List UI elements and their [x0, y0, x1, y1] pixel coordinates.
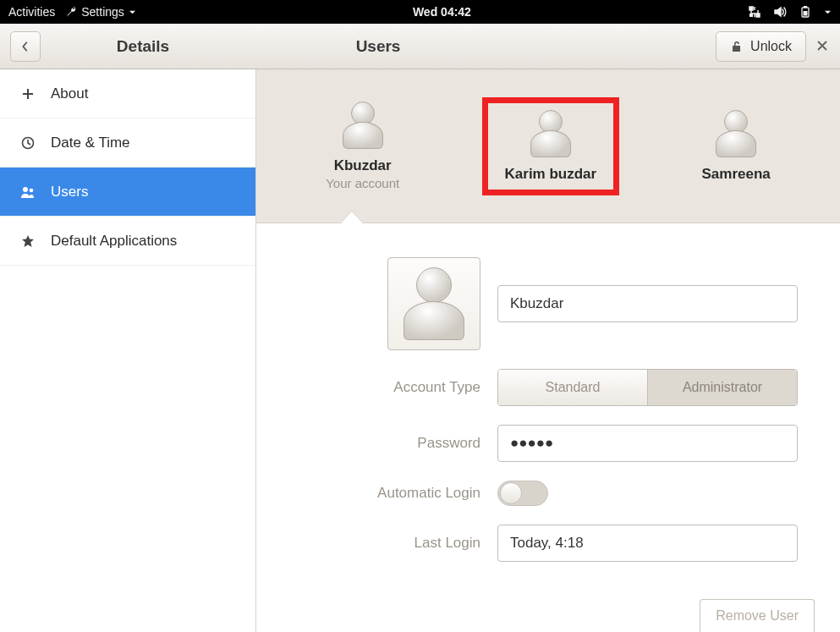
remove-user-button[interactable]: Remove User [700, 599, 815, 632]
auto-login-label: Automatic Login [299, 485, 497, 502]
avatar-icon [342, 102, 384, 149]
system-indicators[interactable] [748, 5, 832, 19]
user-list: Kbuzdar Your account Karim buzdar Samree… [256, 69, 840, 223]
sidebar-item-label: About [51, 85, 88, 102]
sidebar-item-default-apps[interactable]: Default Applications [0, 217, 255, 266]
network-icon [748, 5, 761, 19]
account-type-admin[interactable]: Administrator [647, 370, 797, 405]
panel-title: Users [41, 37, 716, 56]
close-icon [816, 40, 828, 52]
chevron-left-icon [19, 41, 31, 52]
switch-knob [500, 482, 522, 504]
close-button[interactable] [816, 36, 828, 56]
selected-user-pointer [341, 212, 363, 223]
user-name-label: Kbuzdar [334, 157, 392, 174]
user-card-samreena[interactable]: Samreena [685, 103, 788, 190]
sidebar-item-datetime[interactable]: Date & Time [0, 118, 255, 168]
sidebar-item-label: Default Applications [51, 233, 177, 250]
clock-label[interactable]: Wed 04:42 [136, 5, 748, 19]
activities-button[interactable]: Activities [8, 5, 55, 19]
name-field[interactable]: Kbuzdar [497, 285, 798, 322]
svg-point-8 [30, 188, 34, 192]
svg-rect-1 [756, 14, 760, 17]
wrench-icon [65, 6, 77, 18]
unlock-label: Unlock [750, 39, 792, 54]
back-button[interactable] [10, 31, 41, 62]
avatar-icon [402, 267, 466, 340]
sidebar-item-users[interactable]: Users [0, 168, 255, 217]
window-header: Details Users Unlock [0, 24, 840, 69]
user-card-karim[interactable]: Karim buzdar [488, 103, 614, 190]
account-type-toggle[interactable]: Standard Administrator [497, 369, 798, 406]
avatar-button[interactable] [387, 257, 480, 350]
password-label: Password [299, 435, 497, 452]
sidebar-item-label: Users [51, 184, 88, 201]
account-type-standard[interactable]: Standard [498, 370, 647, 405]
lock-open-icon [730, 40, 744, 53]
sidebar-item-label: Date & Time [51, 135, 130, 151]
account-type-label: Account Type [299, 379, 497, 396]
battery-icon [799, 5, 812, 19]
volume-icon [773, 5, 787, 19]
chevron-down-icon [824, 8, 832, 16]
svg-rect-4 [804, 6, 807, 8]
svg-rect-2 [749, 14, 753, 17]
svg-rect-0 [749, 7, 753, 10]
user-card-kbuzdar[interactable]: Kbuzdar Your account [309, 95, 416, 197]
svg-point-7 [23, 187, 28, 192]
sidebar-item-about[interactable]: About [0, 69, 255, 118]
gnome-top-bar: Activities Settings Wed 04:42 [0, 0, 840, 24]
plus-icon [19, 87, 37, 101]
star-icon [19, 234, 37, 248]
avatar-icon [530, 110, 572, 157]
user-subtitle-label: Your account [326, 176, 399, 190]
users-icon [19, 185, 37, 199]
avatar-icon [715, 110, 757, 157]
clock-icon [19, 136, 37, 150]
app-menu-label: Settings [81, 5, 124, 19]
unlock-button[interactable]: Unlock [716, 31, 806, 62]
password-field[interactable]: ●●●●● [497, 425, 798, 462]
user-name-label: Samreena [702, 166, 771, 183]
last-login-value: Today, 4:18 [497, 525, 798, 562]
last-login-label: Last Login [299, 535, 497, 552]
auto-login-switch[interactable] [497, 481, 548, 506]
users-panel: Kbuzdar Your account Karim buzdar Samree… [256, 69, 840, 632]
app-menu[interactable]: Settings [65, 5, 136, 19]
user-name-label: Karim buzdar [505, 166, 597, 183]
settings-sidebar: About Date & Time Users Default Applicat… [0, 69, 256, 632]
user-detail-form: Kbuzdar Account Type Standard Administra… [256, 223, 840, 632]
chevron-down-icon [129, 8, 136, 16]
svg-rect-5 [804, 11, 808, 16]
